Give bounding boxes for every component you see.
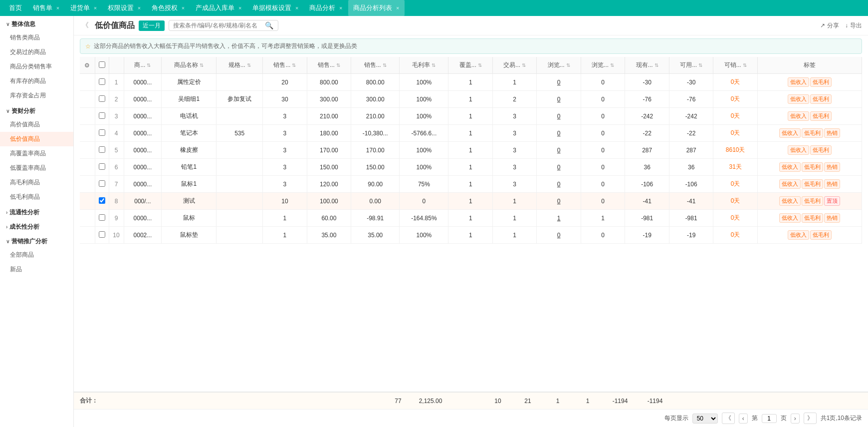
col-current-stock[interactable]: 现有...⇅: [625, 57, 669, 74]
sidebar-item-all-products[interactable]: 全部商品: [0, 248, 73, 262]
cell-browse1[interactable]: 0: [537, 125, 581, 142]
cell-browse1[interactable]: 0: [537, 159, 581, 176]
col-gross-rate[interactable]: 毛利率⇅: [400, 57, 448, 74]
sidebar-group-asset[interactable]: ∨ 资财分析: [0, 103, 73, 117]
col-available[interactable]: 可用...⇅: [669, 57, 713, 74]
select-all-checkbox[interactable]: [99, 61, 105, 68]
close-icon[interactable]: ×: [295, 5, 298, 11]
cell-checkbox[interactable]: [95, 108, 109, 125]
sidebar-item-traded-products[interactable]: 交易过的商品: [0, 45, 73, 59]
prev-page-button[interactable]: ‹: [739, 414, 748, 424]
row-checkbox[interactable]: [99, 112, 105, 119]
row-checkbox[interactable]: [99, 78, 105, 85]
cell-checkbox[interactable]: [95, 125, 109, 142]
col-sale-qty[interactable]: 销售...⇅: [263, 57, 307, 74]
share-button[interactable]: ↗ 分享: [820, 21, 839, 30]
sidebar-item-low-coverage[interactable]: 低覆盖率商品: [0, 161, 73, 175]
browse1-link[interactable]: 0: [557, 164, 561, 171]
sort-icon[interactable]: ⇅: [478, 62, 482, 68]
cell-checkbox[interactable]: [95, 74, 109, 91]
close-icon[interactable]: ×: [396, 5, 399, 11]
browse1-link[interactable]: 0: [557, 147, 561, 154]
col-coverage[interactable]: 覆盖...⇅: [448, 57, 492, 74]
sidebar-item-stock-products[interactable]: 有库存的商品: [0, 74, 73, 88]
export-button[interactable]: ↓ 导出: [845, 21, 862, 30]
browse1-link[interactable]: 0: [557, 198, 561, 205]
search-input[interactable]: [173, 22, 263, 29]
sidebar-item-high-margin[interactable]: 高毛利商品: [0, 175, 73, 190]
col-settings[interactable]: ⚙: [80, 57, 95, 74]
browse1-link[interactable]: 1: [557, 215, 561, 222]
cell-browse1[interactable]: 0: [537, 91, 581, 108]
per-page-select[interactable]: 50 100 200: [692, 414, 718, 424]
sidebar-group-overall[interactable]: ∨ 整体信息: [0, 16, 73, 30]
page-number-input[interactable]: [762, 414, 777, 423]
cell-browse1[interactable]: 0: [537, 142, 581, 159]
next-page-button[interactable]: ›: [791, 414, 800, 424]
cell-checkbox[interactable]: [95, 159, 109, 176]
sidebar-item-low-margin[interactable]: 低毛利商品: [0, 190, 73, 204]
cell-checkbox[interactable]: [95, 193, 109, 210]
sort-icon[interactable]: ⇅: [200, 62, 204, 68]
cell-browse1[interactable]: 1: [537, 210, 581, 227]
sort-icon[interactable]: ⇅: [743, 62, 747, 68]
cell-checkbox[interactable]: [95, 210, 109, 227]
close-icon[interactable]: ×: [56, 5, 59, 11]
sidebar-item-high-value[interactable]: 高价值商品: [0, 117, 73, 132]
sort-icon[interactable]: ⇅: [336, 62, 340, 68]
cell-checkbox[interactable]: [95, 142, 109, 159]
close-icon[interactable]: ×: [138, 5, 141, 11]
gear-icon[interactable]: ⚙: [84, 62, 90, 69]
sort-icon[interactable]: ⇅: [522, 62, 526, 68]
sidebar-item-stock-capital[interactable]: 库存资金占用: [0, 88, 73, 103]
col-browse2[interactable]: 浏览...⇅: [581, 57, 625, 74]
row-checkbox[interactable]: [99, 95, 105, 102]
browse1-link[interactable]: 0: [557, 232, 561, 239]
sidebar-item-sales-products[interactable]: 销售类商品: [0, 30, 73, 45]
row-checkbox[interactable]: [99, 231, 105, 238]
sort-icon[interactable]: ⇅: [247, 62, 251, 68]
sidebar-group-liquidity[interactable]: › 流通性分析: [0, 204, 73, 219]
nav-product-analysis[interactable]: 商品分析 ×: [304, 0, 347, 16]
nav-role-auth[interactable]: 角色授权 ×: [147, 0, 190, 16]
col-name[interactable]: 商品名称⇅: [162, 57, 217, 74]
sort-icon[interactable]: ⇅: [292, 62, 296, 68]
sort-icon[interactable]: ⇅: [566, 62, 570, 68]
search-icon[interactable]: 🔍: [265, 21, 273, 29]
browse1-link[interactable]: 0: [557, 96, 561, 103]
sidebar-group-growth[interactable]: › 成长性分析: [0, 219, 73, 233]
nav-product-analysis-list[interactable]: 商品分析列表 ×: [348, 0, 404, 16]
col-code[interactable]: 商...⇅: [124, 57, 162, 74]
close-icon[interactable]: ×: [182, 5, 185, 11]
nav-order-template[interactable]: 单据模板设置 ×: [247, 0, 303, 16]
nav-home[interactable]: 首页: [4, 0, 27, 16]
sidebar-item-high-coverage[interactable]: 高覆盖率商品: [0, 146, 73, 161]
row-checkbox[interactable]: [99, 180, 105, 187]
sidebar-group-marketing[interactable]: ∨ 营销推广分析: [0, 233, 73, 248]
cell-checkbox[interactable]: [95, 91, 109, 108]
col-trade[interactable]: 交易...⇅: [492, 57, 536, 74]
col-sale-profit[interactable]: 销售...⇅: [351, 57, 400, 74]
first-page-button[interactable]: 《: [722, 413, 735, 424]
row-checkbox[interactable]: [99, 129, 105, 136]
browse1-link[interactable]: 0: [557, 130, 561, 137]
sort-icon[interactable]: ⇅: [698, 62, 702, 68]
col-saleable[interactable]: 可销...⇅: [713, 57, 757, 74]
close-icon[interactable]: ×: [238, 5, 241, 11]
cell-browse1[interactable]: 0: [537, 176, 581, 193]
sidebar-item-new-products[interactable]: 新品: [0, 262, 73, 277]
nav-sales-order[interactable]: 销售单 ×: [28, 0, 64, 16]
collapse-button[interactable]: 《: [80, 20, 91, 31]
sort-icon[interactable]: ⇅: [432, 62, 435, 68]
nav-purchase-order[interactable]: 进货单 ×: [65, 0, 102, 16]
last-page-button[interactable]: 》: [804, 413, 817, 424]
col-sale-amt[interactable]: 销售...⇅: [307, 57, 351, 74]
sort-icon[interactable]: ⇅: [383, 62, 387, 68]
cell-browse1[interactable]: 0: [537, 108, 581, 125]
row-checkbox[interactable]: [99, 214, 105, 221]
nav-product-inbound[interactable]: 产成品入库单 ×: [191, 0, 246, 16]
nav-permission-settings[interactable]: 权限设置 ×: [103, 0, 146, 16]
cell-checkbox[interactable]: [95, 176, 109, 193]
browse1-link[interactable]: 0: [557, 79, 561, 86]
col-browse1[interactable]: 浏览...⇅: [537, 57, 581, 74]
